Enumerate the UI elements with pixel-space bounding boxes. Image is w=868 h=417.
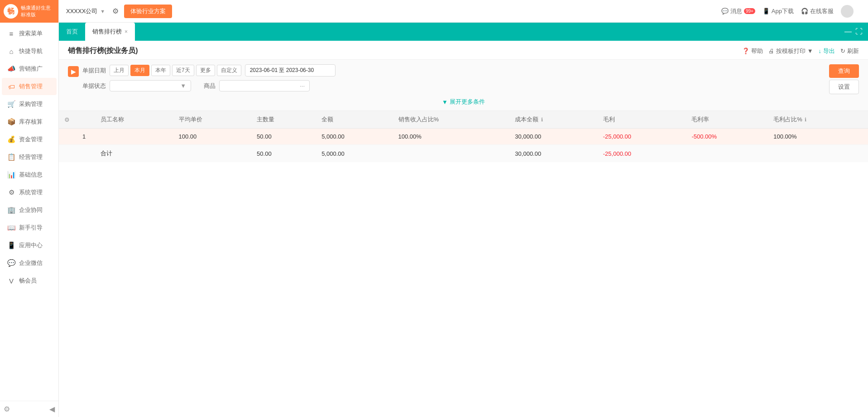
footer-avg-price (173, 145, 252, 163)
print-dropdown-icon: ▼ (807, 48, 813, 54)
tab-close-icon[interactable]: × (125, 29, 128, 34)
basic-icon: 📊 (7, 171, 15, 179)
sidebar-logo: 畅 畅康通好生意 标准版 (0, 0, 58, 23)
sidebar-bottom: ⚙ ◀ (0, 401, 58, 417)
sidebar-item-operations[interactable]: 📋 经营管理 (2, 149, 57, 166)
company-selector[interactable]: XXXXX公司 ▼ (66, 7, 105, 15)
message-btn[interactable]: 💬 消息 99+ (721, 7, 755, 15)
enterprise-icon: 🏢 (7, 206, 15, 214)
sidebar-item-quick-nav[interactable]: ⌂ 快捷导航 (2, 43, 57, 60)
export-icon: ↓ (819, 48, 822, 54)
table-area: ⚙ 员工名称 平均单价 主数量 全额 销售收入占比% 成本全额 ℹ (59, 111, 868, 417)
date-year-btn[interactable]: 本年 (151, 65, 170, 76)
finance-icon: 💰 (7, 135, 15, 144)
col-profit-rate: 毛利率 (686, 111, 768, 129)
headset-icon: 🎧 (801, 8, 808, 14)
cost-info-icon[interactable]: ℹ (541, 117, 543, 122)
date-range-input[interactable]: 2023-06-01 至 2023-06-30 (245, 64, 336, 77)
table-body: 1 100.00 50.00 5,000.00 100.00% 30,000.0… (59, 129, 868, 145)
trial-btn[interactable]: 体验行业方案 (124, 5, 172, 18)
footer-gear-cell (59, 145, 77, 163)
setting-btn[interactable]: 设置 (829, 80, 859, 94)
sidebar-item-search[interactable]: ≡ 搜索菜单 (2, 25, 57, 42)
sidebar-item-member[interactable]: V 畅会员 (2, 272, 57, 289)
tab-home[interactable]: 首页 (59, 23, 85, 41)
sidebar-item-inventory[interactable]: 📦 库存核算 (2, 113, 57, 130)
col-avg-price: 平均单价 (173, 111, 252, 129)
apps-icon: 📱 (7, 241, 15, 249)
page-inner: 销售排行榜(按业务员) ❓ 帮助 🖨 按模板打印 ▼ ↓ 导出 (59, 41, 868, 417)
date-custom-btn[interactable]: 自定义 (217, 65, 241, 76)
export-btn[interactable]: ↓ 导出 (819, 47, 835, 55)
sidebar-item-purchase[interactable]: 🛒 采购管理 (2, 96, 57, 113)
footer-label: 合计 (95, 145, 173, 163)
filter-collapse-btn[interactable]: ▶ (68, 66, 79, 77)
tab-bar-right: — ⛶ (844, 28, 868, 36)
expand-more-btn[interactable]: ▼ 展开更多条件 (68, 98, 859, 106)
sidebar-item-sales[interactable]: 🏷 销售管理 (2, 78, 57, 95)
mobile-icon: 📱 (762, 8, 770, 14)
company-name: XXXXX公司 (66, 7, 97, 15)
status-goods-row: 单据状态 ▼ 商品 ··· (82, 80, 336, 91)
filter-right-btns: 查询 设置 (829, 64, 859, 94)
goods-input[interactable]: ··· (219, 80, 310, 91)
date-more-btn[interactable]: 更多 (196, 65, 215, 76)
sidebar-settings-icon[interactable]: ⚙ (4, 405, 10, 413)
sidebar-item-marketing[interactable]: 📣 营销推广 (2, 60, 57, 77)
footer-profit-pct (768, 145, 868, 163)
sidebar-item-basic[interactable]: 📊 基础信息 (2, 166, 57, 183)
sidebar-item-apps[interactable]: 📱 应用中心 (2, 237, 57, 254)
avatar[interactable] (841, 5, 854, 18)
table-footer: 合计 50.00 5,000.00 30,000.00 -25,000.00 (59, 145, 868, 163)
logo-text: 畅康通好生意 标准版 (21, 5, 51, 19)
date-filter-row: 单据日期 上月 本月 本年 近7天 更多 自定义 (82, 64, 336, 77)
print-btn[interactable]: 🖨 按模板打印 ▼ (768, 47, 813, 55)
gear-icon[interactable]: ⚙ (64, 116, 70, 123)
app-download-btn[interactable]: 📱 App下载 (762, 7, 794, 15)
refresh-btn[interactable]: ↻ 刷新 (840, 47, 859, 55)
row-name (95, 129, 173, 145)
sidebar-item-finance[interactable]: 💰 资金管理 (2, 131, 57, 148)
sidebar-item-system[interactable]: ⚙ 系统管理 (2, 184, 57, 201)
page-actions: ❓ 帮助 🖨 按模板打印 ▼ ↓ 导出 ↻ 刷新 (742, 47, 859, 55)
online-service-btn[interactable]: 🎧 在线客服 (801, 7, 834, 15)
row-profit: -25,000.00 (598, 129, 686, 145)
main-area: XXXXX公司 ▼ ⚙ 体验行业方案 💬 消息 99+ 📱 App下载 🎧 在线… (59, 0, 868, 417)
status-dropdown-icon: ▼ (180, 82, 186, 89)
row-gear-cell (59, 129, 77, 145)
header-right: 💬 消息 99+ 📱 App下载 🎧 在线客服 (721, 5, 861, 18)
operations-icon: 📋 (7, 153, 15, 161)
chevron-down-icon: ▼ (442, 99, 448, 105)
company-dropdown-icon: ▼ (100, 9, 105, 14)
header-settings-icon[interactable]: ⚙ (112, 7, 119, 15)
row-profit-pct: 100.00% (768, 129, 868, 145)
marketing-icon: 📣 (7, 65, 15, 73)
sidebar-item-guide[interactable]: 📖 新手引导 (2, 219, 57, 236)
tab-bar: 首页 销售排行榜 × — ⛶ (59, 23, 868, 41)
footer-sales-pct (393, 145, 510, 163)
sidebar-item-wechat[interactable]: 💬 企业微信 (2, 254, 57, 272)
col-profit: 毛利 (598, 111, 686, 129)
top-header: XXXXX公司 ▼ ⚙ 体验行业方案 💬 消息 99+ 📱 App下载 🎧 在线… (59, 0, 868, 23)
col-sales-pct: 销售收入占比% (393, 111, 510, 129)
row-amount: 5,000.00 (316, 129, 393, 145)
sidebar-collapse-icon[interactable]: ◀ (49, 405, 55, 413)
date-label: 单据日期 (82, 67, 106, 75)
profit-pct-info-icon[interactable]: ℹ (805, 117, 806, 122)
col-amount: 全额 (316, 111, 393, 129)
date-cur-month-btn[interactable]: 本月 (130, 65, 149, 76)
sales-icon: 🏷 (7, 83, 15, 91)
message-icon: 💬 (721, 8, 729, 14)
status-select[interactable]: ▼ (110, 80, 191, 91)
date-7days-btn[interactable]: 近7天 (172, 65, 194, 76)
query-btn[interactable]: 查询 (829, 64, 859, 78)
sidebar-item-enterprise[interactable]: 🏢 企业协同 (2, 201, 57, 219)
row-sales-pct: 100.00% (393, 129, 510, 145)
tab-maximize-icon[interactable]: ⛶ (855, 28, 863, 36)
table-header: ⚙ 员工名称 平均单价 主数量 全额 销售收入占比% 成本全额 ℹ (59, 111, 868, 129)
date-prev-month-btn[interactable]: 上月 (110, 65, 129, 76)
help-btn[interactable]: ❓ 帮助 (742, 47, 763, 55)
tab-sales-rank[interactable]: 销售排行榜 × (85, 23, 135, 41)
tab-minimize-icon[interactable]: — (844, 28, 852, 36)
sidebar: 畅 畅康通好生意 标准版 ≡ 搜索菜单 ⌂ 快捷导航 📣 营销推广 🏷 销售管理… (0, 0, 59, 417)
